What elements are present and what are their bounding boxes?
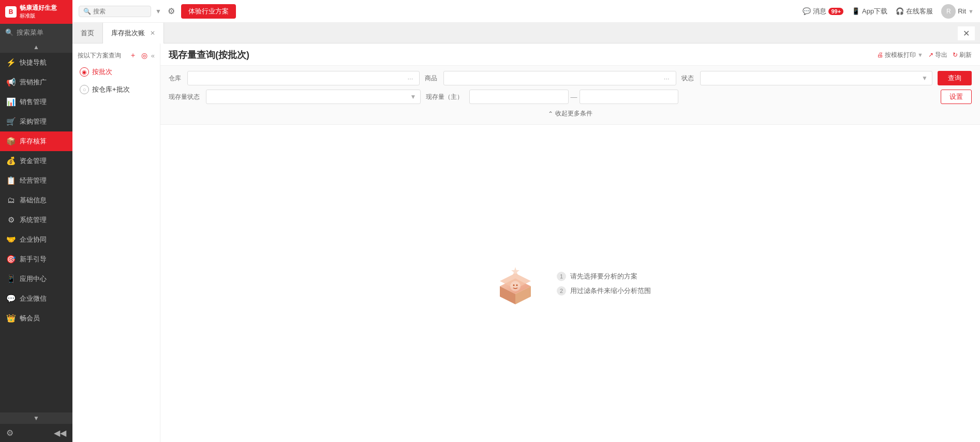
enterprise-icon: 🤝 [6,235,16,244]
user-profile-item[interactable]: R Rit ▼ [941,4,974,19]
left-panel-item-by-batch[interactable]: ◉ 按批次 [72,63,160,81]
manage-scheme-btn[interactable]: ◎ [140,51,149,60]
topbar: 🔍 ▼ ⚙ 体验行业方案 💬 消息 99+ 📱 App下载 🎧 在线客服 R [72,0,980,23]
operations-icon: 📋 [6,176,16,185]
warehouse-filter: 仓库 ··· [169,71,420,85]
empty-state: 1 请先选择要分析的方案 2 用过滤条件来缩小分析范围 [160,125,980,442]
right-panel: 现存量查询(按批次) 🖨 按模板打印 ▼ ↗ 导出 ↻ 刷新 [160,43,980,442]
tab-close-icon[interactable]: ✕ [150,30,155,37]
phone-icon: 📱 [852,7,860,15]
sidebar-search-label: 搜索菜单 [17,28,43,37]
query-btn[interactable]: 查询 [938,71,972,85]
sidebar-scroll-up[interactable]: ▲ [0,41,72,53]
left-panel-title: 按以下方案查询 [78,51,121,60]
export-action[interactable]: ↗ 导出 [928,51,947,60]
topbar-gear-icon[interactable]: ⚙ [166,6,177,16]
refresh-action[interactable]: ↻ 刷新 [953,51,972,60]
sidebar-item-quick-nav[interactable]: ⚡ 快捷导航 [0,53,72,72]
settings-btn[interactable]: 设置 [941,90,972,104]
marketing-icon: 📢 [6,78,16,87]
left-panel-item-label: 按仓库+批次 [92,85,130,94]
export-label: 导出 [935,51,947,60]
svg-point-6 [516,284,518,286]
topbar-right: 💬 消息 99+ 📱 App下载 🎧 在线客服 R Rit ▼ [803,4,974,19]
empty-tip-1: 1 请先选择要分析的方案 [557,272,651,281]
online-service-item[interactable]: 🎧 在线客服 [896,7,933,16]
sidebar-item-enterprise[interactable]: 🤝 企业协同 [0,230,72,249]
stock-amount-label: 现存量（主） [426,93,466,101]
topbar-left: 🔍 ▼ ⚙ 体验行业方案 [79,4,798,19]
refresh-label: 刷新 [959,51,972,60]
collapse-panel-btn[interactable]: « [151,52,155,60]
product-more-btn[interactable]: ··· [662,75,672,82]
page-title: 现存量查询(按批次) [169,49,249,61]
sidebar-item-system[interactable]: ⚙ 系统管理 [0,210,72,230]
stock-status-dropdown-icon: ▼ [410,93,416,100]
online-service-label: 在线客服 [906,7,933,16]
filter-area: 仓库 ··· 商品 ··· [160,66,980,125]
sidebar-item-member[interactable]: 👑 畅会员 [0,308,72,328]
chevron-up-icon: ⌃ [548,110,553,117]
add-scheme-btn[interactable]: ＋ [128,51,138,60]
tab-home[interactable]: 首页 [72,23,103,43]
basic-icon: 🗂 [6,196,16,204]
sidebar: B 畅康通好生意 标准版 🔍 搜索菜单 ▲ ⚡ 快捷导航 📢 营销推广 📊 销售… [0,0,72,442]
messages-item[interactable]: 💬 消息 99+ [803,7,843,16]
page-content: 按以下方案查询 ＋ ◎ « ◉ 按批次 ○ 按仓库+批次 现存量查询(按批次) [72,43,980,442]
system-icon: ⚙ [6,215,16,225]
sidebar-item-finance[interactable]: 💰 资金管理 [0,151,72,171]
guide-icon: 🎯 [6,255,16,264]
user-name: Rit [958,7,966,15]
sidebar-item-sales[interactable]: 📊 销售管理 [0,92,72,112]
messages-badge: 99+ [828,8,843,15]
status-filter: 状态 ▼ [681,71,932,85]
topbar-dropdown-icon[interactable]: ▼ [155,8,161,15]
app-download-label: App下载 [862,7,887,16]
sidebar-item-purchase[interactable]: 🛒 采购管理 [0,112,72,131]
topbar-search-input[interactable] [93,8,145,15]
warehouse-input[interactable] [192,75,403,82]
batch-scheme-icon: ◉ [80,67,89,77]
left-panel: 按以下方案查询 ＋ ◎ « ◉ 按批次 ○ 按仓库+批次 [72,43,160,442]
sidebar-item-label: 库存核算 [20,137,47,146]
trial-btn[interactable]: 体验行业方案 [181,4,236,19]
sidebar-item-guide[interactable]: 🎯 新手引导 [0,249,72,269]
stock-amount-filter: 现存量（主） — [426,90,678,104]
sidebar-item-basic[interactable]: 🗂 基础信息 [0,190,72,210]
app-download-item[interactable]: 📱 App下载 [852,7,887,16]
sidebar-item-marketing[interactable]: 📢 营销推广 [0,72,72,92]
svg-point-5 [513,284,515,286]
collapse-sidebar-icon[interactable]: ◀◀ [54,428,66,438]
stock-amount-max-input[interactable] [580,90,678,104]
stock-amount-dash: — [571,93,577,101]
sidebar-item-operations[interactable]: 📋 经营管理 [0,171,72,190]
sidebar-item-app-center[interactable]: 📱 应用中心 [0,269,72,289]
stock-status-label: 现存量状态 [169,93,203,101]
sidebar-item-wechat[interactable]: 💬 企业微信 [0,289,72,308]
app-logo: B [5,6,17,18]
collapse-more-label: 收起更多条件 [555,109,592,118]
tabbar: 首页 库存批次账 ✕ ✕ [72,23,980,43]
warehouse-label: 仓库 [169,74,184,83]
sidebar-scroll-down[interactable]: ▼ [0,412,72,424]
status-label: 状态 [681,74,697,83]
product-filter: 商品 ··· [425,71,676,85]
tab-home-label: 首页 [81,28,94,38]
stock-amount-min-input[interactable] [469,90,568,104]
left-panel-item-by-warehouse-batch[interactable]: ○ 按仓库+批次 [72,81,160,98]
window-close-btn[interactable]: ✕ [958,26,975,40]
product-input[interactable] [448,75,659,82]
collapse-more-btn[interactable]: ⌃ 收起更多条件 [169,106,972,119]
export-icon: ↗ [928,51,933,58]
left-panel-actions: ＋ ◎ « [128,51,155,60]
search-icon: 🔍 [5,28,13,36]
topbar-search-box[interactable]: 🔍 [79,6,151,17]
tab-batch-account[interactable]: 库存批次账 ✕ [103,23,164,43]
warehouse-more-btn[interactable]: ··· [405,75,415,82]
print-action[interactable]: 🖨 按模板打印 ▼ [877,51,923,60]
settings-icon[interactable]: ⚙ [6,428,13,438]
sidebar-search[interactable]: 🔍 搜索菜单 [0,24,72,41]
main-content: 🔍 ▼ ⚙ 体验行业方案 💬 消息 99+ 📱 App下载 🎧 在线客服 R [72,0,980,442]
sidebar-item-inventory[interactable]: 📦 库存核算 [0,131,72,151]
tab-batch-account-label: 库存批次账 [111,28,145,38]
